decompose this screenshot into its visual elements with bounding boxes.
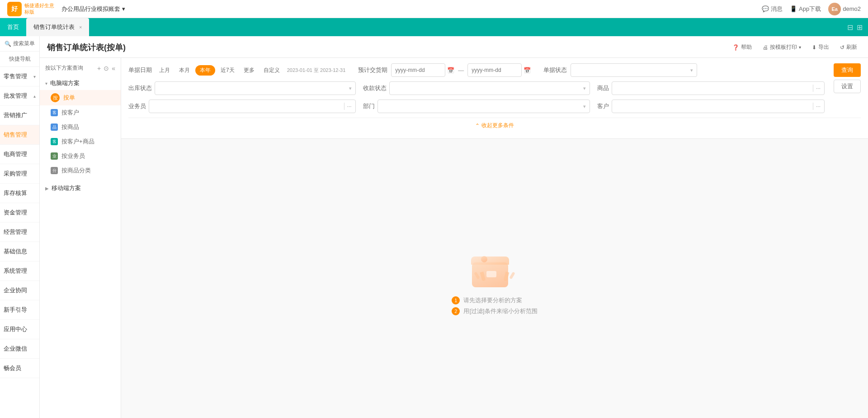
sidebar-item-enterprise[interactable]: 企业协同 xyxy=(0,281,39,300)
payment-status-label: 收款状态 xyxy=(363,84,387,92)
date-btn-more[interactable]: 更多 xyxy=(240,65,258,76)
date-label: 单据日期 xyxy=(128,66,152,74)
salesperson-field[interactable]: ··· xyxy=(149,100,356,113)
scheme-section-desktop-title[interactable]: ▾ 电脑端方案 xyxy=(40,76,121,90)
sidebar-item-wechat[interactable]: 企业微信 xyxy=(0,339,39,359)
department-arrow-icon: ▾ xyxy=(583,104,586,109)
product-field[interactable]: ··· xyxy=(612,81,825,95)
sidebar-item-ecommerce[interactable]: 电商管理 xyxy=(0,145,39,164)
delivery-status-select[interactable]: ▾ xyxy=(155,81,356,95)
split-layout: 按以下方案查询 + ⊙ « ▾ 电脑端方案 按 按单 xyxy=(40,58,868,418)
query-button[interactable]: 查询 xyxy=(834,63,861,77)
retail-arrow-icon: ▾ xyxy=(33,74,36,79)
salesperson-label: 业务员 xyxy=(128,102,146,110)
sidebar-item-member[interactable]: 畅会员 xyxy=(0,359,39,378)
sidebar-item-newbie[interactable]: 新手引导 xyxy=(0,300,39,320)
field-separator xyxy=(813,85,813,92)
scheme-section-mobile-title[interactable]: ▶ 移动端方案 xyxy=(40,181,121,195)
window-controls: ⊟ ⊞ xyxy=(847,23,868,32)
customer-more-icon[interactable]: ··· xyxy=(816,103,821,109)
sidebar-item-inventory[interactable]: 库存核算 xyxy=(0,184,39,203)
app-download-button[interactable]: 📱 App下载 xyxy=(790,5,821,13)
export-icon: ⬇ xyxy=(812,44,816,51)
scheme-item-by-product[interactable]: 品 按商品 xyxy=(40,120,121,134)
query-btn-area: 查询 设置 xyxy=(834,63,861,93)
scheme-item-by-order[interactable]: 按 按单 xyxy=(40,90,121,105)
payment-status-arrow-icon: ▾ xyxy=(583,86,586,91)
minimize-icon[interactable]: ⊟ xyxy=(847,23,853,32)
scheme-item-by-customer-product[interactable]: 客 按客户+商品 xyxy=(40,134,121,149)
expected-delivery-to-group: 📅 xyxy=(467,63,531,77)
refresh-button[interactable]: ↺ 刷新 xyxy=(836,42,861,53)
scheme-item-by-customer[interactable]: 客 按客户 xyxy=(40,105,121,120)
department-select[interactable]: ▾ xyxy=(377,100,590,113)
sidebar-item-system[interactable]: 系统管理 xyxy=(0,261,39,281)
filter-area: 单据日期 上月 本月 本年 近7天 更多 自定义 2023-01-01 至 20… xyxy=(121,58,868,139)
add-scheme-icon[interactable]: + xyxy=(97,65,101,72)
scheme-item-by-salesperson[interactable]: 业 按业务员 xyxy=(40,149,121,163)
salesperson-sep xyxy=(344,103,344,110)
sidebar-item-finance[interactable]: 资金管理 xyxy=(0,203,39,223)
tab-close-icon[interactable]: × xyxy=(79,24,82,30)
date-btn-7days[interactable]: 近7天 xyxy=(217,65,238,76)
date-btn-this-year[interactable]: 本年 xyxy=(195,65,215,76)
search-icon: 🔍 xyxy=(5,41,11,47)
user-area[interactable]: Ea demo2 xyxy=(828,3,861,15)
expected-delivery-from[interactable] xyxy=(391,63,445,77)
status-label: 单据状态 xyxy=(543,66,567,74)
empty-tip-1: 1 请先选择要分析的方案 xyxy=(452,296,537,304)
export-button[interactable]: ⬇ 导出 xyxy=(808,42,833,53)
product-label: 商品 xyxy=(597,84,609,92)
customer-label: 客户 xyxy=(597,102,609,110)
expected-delivery-to[interactable] xyxy=(467,63,522,77)
print-button[interactable]: 🖨 按模板打印 ▾ xyxy=(759,42,805,53)
date-btn-custom[interactable]: 自定义 xyxy=(260,65,283,76)
collapse-bar[interactable]: ⌃ 收起更多条件 xyxy=(128,118,861,133)
sidebar-shortcut[interactable]: 快捷导航 xyxy=(0,52,39,67)
workspace-selector[interactable]: 办公用品行业模拟账套 ▾ xyxy=(58,3,129,15)
empty-tips: 1 请先选择要分析的方案 2 用[过滤]条件来缩小分析范围 xyxy=(452,296,537,315)
delivery-status-arrow-icon: ▾ xyxy=(349,86,352,91)
page-actions: ❓ 帮助 🖨 按模板打印 ▾ ⬇ 导出 ↺ 刷新 xyxy=(729,42,861,53)
sidebar-item-marketing[interactable]: 营销推广 xyxy=(0,106,39,125)
tab-home[interactable]: 首页 xyxy=(0,18,26,36)
right-panel: 单据日期 上月 本月 本年 近7天 更多 自定义 2023-01-01 至 20… xyxy=(121,58,868,418)
status-select[interactable]: ▾ xyxy=(571,63,697,77)
settings-button[interactable]: 设置 xyxy=(834,80,861,93)
payment-status-select[interactable]: ▾ xyxy=(389,81,590,95)
date-quick-buttons: 上月 本月 本年 近7天 更多 自定义 xyxy=(156,65,283,76)
product-more-icon[interactable]: ··· xyxy=(816,85,821,91)
logo-text: 畅捷通好生意 标版 xyxy=(24,3,54,14)
message-icon: 💬 xyxy=(762,5,769,12)
logo-icon: 好 xyxy=(7,2,22,16)
sidebar-item-sales[interactable]: 销售管理 xyxy=(0,125,39,145)
sidebar-item-appcenter[interactable]: 应用中心 xyxy=(0,320,39,339)
sidebar-item-basic[interactable]: 基础信息 xyxy=(0,242,39,261)
cal-from-icon[interactable]: 📅 xyxy=(447,67,454,74)
customer-field[interactable]: ··· xyxy=(612,100,825,113)
salesperson-more-icon[interactable]: ··· xyxy=(347,103,352,109)
scheme-item-by-category[interactable]: 分 按商品分类 xyxy=(40,163,121,178)
sidebar-item-operations[interactable]: 经营管理 xyxy=(0,223,39,242)
tab-sales-order[interactable]: 销售订单统计表 × xyxy=(26,18,89,36)
date-btn-last-month[interactable]: 上月 xyxy=(156,65,174,76)
sidebar-item-retail[interactable]: 零售管理 ▾ xyxy=(0,67,39,86)
empty-tip-2: 2 用[过滤]条件来缩小分析范围 xyxy=(452,307,537,315)
expand-mobile-icon: ▶ xyxy=(45,186,49,191)
sidebar-search[interactable]: 🔍 帮助 搜索菜单 xyxy=(0,36,39,52)
scheme-section-mobile: ▶ 移动端方案 xyxy=(40,180,121,197)
maximize-icon[interactable]: ⊞ xyxy=(857,23,863,32)
cal-to-icon[interactable]: 📅 xyxy=(524,67,531,74)
message-button[interactable]: 💬 消息 xyxy=(762,5,783,13)
help-button[interactable]: ❓ 帮助 xyxy=(729,42,755,53)
sidebar-item-wholesale[interactable]: 批发管理 ▴ xyxy=(0,86,39,106)
settings-scheme-icon[interactable]: ⊙ xyxy=(104,65,109,72)
scheme-icon-by-order: 按 xyxy=(51,93,60,102)
collapse-panel-icon[interactable]: « xyxy=(112,65,115,72)
scheme-icon-by-customer-product: 客 xyxy=(51,138,58,145)
expand-icon: ▾ xyxy=(45,81,47,86)
download-icon: 📱 xyxy=(790,5,797,12)
expected-delivery-label: 预计交货期 xyxy=(358,66,387,74)
sidebar-item-purchase[interactable]: 采购管理 xyxy=(0,164,39,184)
date-btn-this-month[interactable]: 本月 xyxy=(175,65,193,76)
